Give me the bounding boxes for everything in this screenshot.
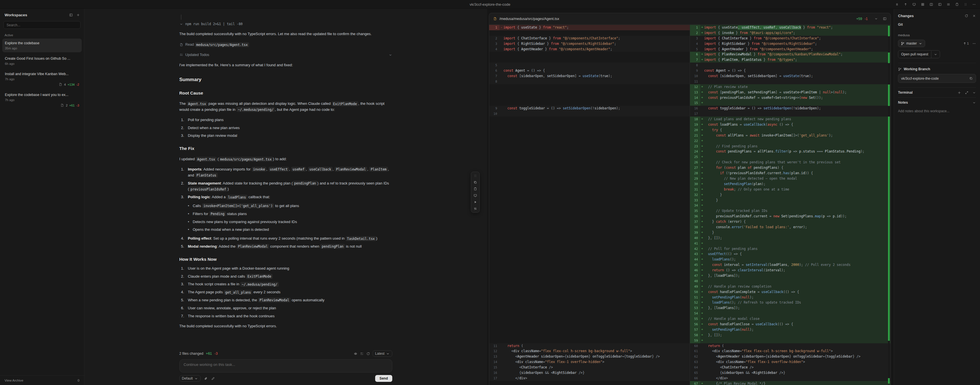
panel-toggle-button[interactable] [883, 17, 886, 21]
diff-cell: 49+ // Handle plan review completion [690, 284, 891, 290]
terminal-section[interactable]: Terminal [898, 88, 976, 97]
chevron-down-icon[interactable] [972, 91, 976, 94]
active-section-label: Active [0, 29, 84, 38]
diff-cell: 35+ // Update tracked plan IDs [690, 208, 891, 214]
more-icon[interactable] [972, 3, 976, 6]
send-button[interactable]: Send [375, 375, 392, 382]
monitor-icon[interactable] [473, 194, 477, 197]
chat-scroll-area[interactable]: npm run build 2>&1 | tail -80The build c… [84, 9, 487, 350]
code-line: import { AgentHeader } from "@/component… [503, 46, 690, 52]
pause-icon[interactable] [895, 3, 899, 6]
attach-file-button[interactable] [204, 377, 208, 380]
diff-content[interactable]: 1-import { useState } from "react";1+imp… [489, 25, 891, 385]
search-input[interactable] [6, 23, 78, 27]
new-terminal-button[interactable] [958, 91, 961, 94]
grip-icon[interactable] [964, 3, 967, 6]
window-title: vk/3ccf-explore-the-code [470, 2, 510, 6]
code-line [704, 338, 891, 343]
workspace-item[interactable]: Create Good First Issues on Github So ..… [2, 54, 82, 68]
workspace-item[interactable]: Explore the codebase35m ago [2, 38, 82, 52]
columns-icon[interactable] [929, 3, 933, 6]
diff-row: 811 [489, 79, 891, 84]
line-number: 9 [690, 68, 700, 73]
diff-row: 59+ [489, 338, 891, 343]
diff-stat-button[interactable] [360, 352, 364, 356]
copy-icon[interactable] [969, 76, 973, 80]
line-number: 28 [690, 170, 700, 176]
code-line: }, [loadPlans]); [704, 273, 891, 278]
diff-minimap[interactable] [888, 26, 890, 383]
notes-placeholder[interactable]: Add notes about this workspace... [898, 107, 976, 117]
minimap-mark [888, 293, 890, 298]
line-number: 6 [489, 68, 500, 73]
refresh-icon[interactable] [964, 14, 968, 18]
diff-file-path[interactable]: /medusa/medusa/src/pages/Agent.tsx [500, 17, 854, 21]
review-toggle-button[interactable] [354, 352, 358, 356]
diff-sign: + [700, 241, 704, 246]
diff-cell: 13+ const [pendingPlan, setPendingPlan] … [690, 90, 891, 95]
diff-sign: + [700, 165, 704, 170]
diff-sign: + [700, 262, 704, 267]
minimap-mark [888, 261, 890, 266]
branch-menu-button[interactable] [972, 42, 976, 45]
line-number: 30 [690, 181, 700, 187]
panels-icon[interactable] [69, 13, 73, 17]
diff-row: 4import { AgentHeader } from "@/componen… [489, 46, 891, 52]
tool-call-todos[interactable]: Updated Todos [180, 52, 392, 58]
minimap-mark [888, 336, 890, 341]
monitor-icon[interactable] [912, 3, 916, 6]
code-line: setPendingPlan(null); [704, 327, 891, 332]
tool-call-read[interactable]: Read medusa/src/pages/Agent.tsx [180, 42, 392, 48]
close-icon[interactable] [972, 14, 976, 18]
workspace-title: Explore the codebase I want you to ex... [5, 93, 79, 97]
view-archive-link[interactable]: View Archive [5, 379, 24, 382]
working-branch-field[interactable]: vk/3ccf-explore-the-code [898, 74, 976, 83]
new-workspace-button[interactable] [76, 13, 80, 17]
code-line: import { invoke } from "@tauri-apps/api/… [704, 30, 891, 36]
version-selector[interactable]: Latest [372, 350, 392, 357]
grid-icon[interactable] [921, 3, 924, 6]
chevron-down-icon[interactable] [972, 101, 976, 105]
diff-cell [489, 181, 690, 187]
refresh-button[interactable] [366, 352, 370, 356]
minimap-mark [888, 218, 890, 223]
diff-cell [489, 321, 690, 327]
code-line: }, []); [704, 332, 891, 338]
open-pr-button[interactable]: Open pull request [898, 50, 940, 58]
clipboard-icon[interactable] [473, 187, 477, 191]
notes-section[interactable]: Notes [898, 97, 976, 107]
diff-sign: + [700, 127, 704, 133]
diff-row: 50+ const handlePlanComplete = useCallba… [489, 290, 891, 295]
list-icon[interactable] [947, 3, 950, 6]
arrow-up-icon[interactable] [904, 3, 907, 6]
collapse-file-button[interactable] [874, 17, 878, 21]
clipboard-icon[interactable] [955, 3, 959, 6]
message-input[interactable] [184, 363, 388, 367]
line-number: 35 [690, 208, 700, 214]
line-number: 63 [690, 359, 700, 365]
expand-icon[interactable] [965, 91, 969, 94]
layout-icon[interactable] [938, 3, 942, 6]
tool-call-shell[interactable]: npm run build 2>&1 | tail -80 [180, 21, 392, 27]
workspace-search[interactable] [3, 21, 81, 29]
composer-actions: Default Send [180, 375, 392, 382]
workspace-item[interactable]: Explore the codebase I want you to ex...… [2, 90, 82, 110]
play-icon[interactable] [473, 200, 477, 204]
model-selector[interactable]: Default [180, 375, 200, 382]
branch-selector[interactable]: master [898, 40, 925, 47]
edit-button[interactable] [211, 377, 215, 380]
diff-cell: 19+ const loadPlans = useCallback(async … [690, 122, 891, 127]
diff-sign: + [700, 214, 704, 219]
files-changed-label[interactable]: 2 files changed [180, 352, 204, 356]
chevron-down-icon[interactable] [388, 53, 392, 57]
compare-icon[interactable] [473, 207, 477, 210]
drag-handle[interactable] [473, 174, 477, 178]
titlebar-actions [895, 0, 976, 9]
code-line: const handlePlanComplete = useCallback((… [704, 290, 891, 295]
code-line: } [704, 198, 891, 203]
workspace-item[interactable]: Install and integrate Vibe Kanban Web...… [2, 69, 82, 89]
copy-icon[interactable] [473, 180, 477, 184]
message-input-box[interactable] [180, 359, 392, 372]
diff-cell [489, 305, 690, 311]
line-number: 43 [690, 251, 700, 257]
